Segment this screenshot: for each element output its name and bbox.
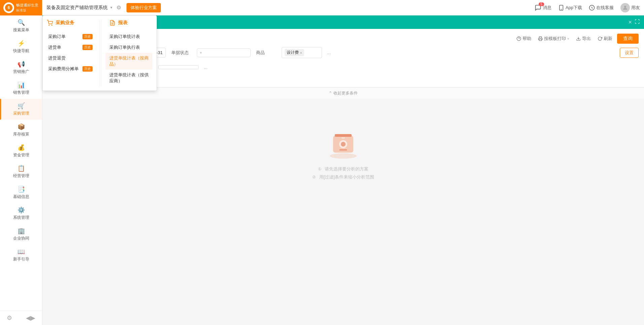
doc-status-label: 单据状态 xyxy=(171,50,191,56)
dropdown-item-report-2[interactable]: 进货单统计表（按商品） xyxy=(105,53,152,70)
svg-point-17 xyxy=(51,25,52,26)
online-service-item[interactable]: 在线客服 xyxy=(589,5,614,11)
sidebar-item-label: 快捷导航 xyxy=(13,48,29,54)
sales-icon: 📊 xyxy=(17,81,25,89)
enterprise-icon: 🏢 xyxy=(17,227,25,235)
dropdown-item-report-1[interactable]: 采购订单执行表 xyxy=(105,42,152,53)
guide-icon: 📖 xyxy=(17,248,25,255)
logo-text: 畅捷通好生意 xyxy=(16,3,38,8)
industry-btn[interactable]: 体验行业方案 xyxy=(127,3,161,12)
collapse-sidebar-icon[interactable]: ◀▶ xyxy=(26,314,35,322)
dropdown-item-purchase-order[interactable]: 采购订单 历史 xyxy=(47,31,94,42)
window-close-icon[interactable]: × xyxy=(628,19,632,26)
help-btn[interactable]: 帮助 xyxy=(514,34,533,43)
user-label: 用友 xyxy=(631,5,640,11)
sidebar-item-label: 系统管理 xyxy=(13,215,29,220)
goods-label: 商品 xyxy=(256,50,276,56)
sidebar-item-label: 搜索菜单 xyxy=(13,27,29,33)
sidebar-item-label: 采购管理 xyxy=(13,111,29,116)
sidebar-item-label: 基础信息 xyxy=(13,194,29,200)
sidebar-item-system[interactable]: ⚙️ 系统管理 xyxy=(0,203,42,224)
goods-tag: 设计费 × xyxy=(285,49,304,56)
sidebar-item-search[interactable]: 🔍 搜索菜单 xyxy=(0,15,42,36)
active-bar xyxy=(0,99,1,120)
sidebar-item-operations[interactable]: 📋 经营管理 xyxy=(0,161,42,182)
settings-btn[interactable]: 设置 xyxy=(620,48,639,58)
dropdown-divider xyxy=(99,20,100,86)
finance-icon: 💰 xyxy=(17,144,25,151)
sidebar-item-label: 企业协同 xyxy=(13,236,29,241)
collapse-icon: ⌃ xyxy=(329,91,333,95)
messages-item[interactable]: 5 消息 xyxy=(535,4,551,11)
sidebar-item-enterprise[interactable]: 🏢 企业协同 xyxy=(0,224,42,245)
doc-status-value: ▾ xyxy=(200,50,202,55)
svg-rect-7 xyxy=(539,39,542,41)
dropdown-report-title: 报表 xyxy=(105,20,152,28)
system-title: 装备及固定资产辅助管理系统 xyxy=(46,5,108,11)
window-expand-icon[interactable] xyxy=(635,19,640,26)
salesperson-dots[interactable]: ... xyxy=(204,65,208,70)
print-label: 按模板打印 xyxy=(544,36,566,42)
svg-rect-14 xyxy=(342,137,345,138)
app-download-item[interactable]: App下载 xyxy=(558,5,582,11)
export-btn[interactable]: 导出 xyxy=(574,34,593,43)
app-download-label: App下载 xyxy=(566,5,582,11)
sidebar-item-purchase[interactable]: 🛒 采购管理 xyxy=(0,99,42,120)
settings-icon[interactable]: ⚙ xyxy=(116,4,121,11)
dropdown-item-expense[interactable]: 采购费用分摊单 历史 xyxy=(47,64,94,74)
notification-badge: 5 xyxy=(535,4,541,11)
logo-icon: 6 xyxy=(3,2,14,13)
sidebar-item-sales[interactable]: 📊 销售管理 xyxy=(0,78,42,99)
dropdown-report-col: 报表 采购订单统计表 采购订单执行表 进货单统计表（按商品） 进货单统计表（按供… xyxy=(101,20,156,86)
inventory-icon: 📦 xyxy=(17,123,25,130)
svg-point-13 xyxy=(341,142,346,147)
svg-text:6: 6 xyxy=(8,5,10,10)
history-badge-3: 历史 xyxy=(82,66,93,72)
system-dropdown-arrow[interactable]: ▾ xyxy=(110,5,112,10)
doc-status-select[interactable]: ▾ xyxy=(197,48,251,57)
empty-state: ① 请先选择要分析的方案 ② 用[过滤]条件来缩小分析范围 xyxy=(42,99,644,209)
help-label: 帮助 xyxy=(523,36,531,42)
empty-hint-1: ① 请先选择要分析的方案 xyxy=(318,166,369,172)
marketing-icon: 📢 xyxy=(17,60,25,68)
tab-bar-right: × xyxy=(628,19,644,26)
user-item[interactable]: 用友 xyxy=(620,3,640,12)
goods-tag-close[interactable]: × xyxy=(300,51,302,55)
sidebar-item-label: 资金管理 xyxy=(13,152,29,158)
settings-bottom-icon[interactable]: ⚙ xyxy=(7,314,12,322)
salesperson-input[interactable] xyxy=(158,65,199,69)
sidebar: 6 畅捷通好生意 标准版 🔍 搜索菜单 ⚡ 快捷导航 📢 营销推广 📊 销售管理… xyxy=(0,0,42,325)
sidebar-item-label: 经营管理 xyxy=(13,173,29,179)
shortcut-icon: ⚡ xyxy=(17,40,25,47)
dropdown-item-return[interactable]: 进货退货 xyxy=(47,53,94,64)
dropdown-item-receiving[interactable]: 进货单 历史 xyxy=(47,42,94,53)
sidebar-item-label: 库存核算 xyxy=(13,131,29,137)
svg-point-9 xyxy=(330,153,357,159)
basic-icon: 📑 xyxy=(17,186,25,193)
svg-point-5 xyxy=(624,6,626,8)
system-icon: ⚙️ xyxy=(17,206,25,214)
sidebar-item-inventory[interactable]: 📦 库存核算 xyxy=(0,120,42,140)
dropdown-item-report-0[interactable]: 采购订单统计表 xyxy=(105,31,152,42)
sidebar-item-finance[interactable]: 💰 资金管理 xyxy=(0,140,42,161)
refresh-label: 刷新 xyxy=(604,36,612,42)
sidebar-item-label: 营销推广 xyxy=(13,69,29,75)
goods-input[interactable]: 设计费 × xyxy=(282,47,322,58)
sidebar-item-shortcut[interactable]: ⚡ 快捷导航 xyxy=(0,36,42,57)
goods-dots[interactable]: ... xyxy=(327,50,331,55)
sidebar-bottom: ⚙ ◀▶ xyxy=(0,311,42,325)
refresh-btn[interactable]: 刷新 xyxy=(596,34,614,43)
print-dropdown-icon[interactable]: ▾ xyxy=(567,37,569,41)
empty-icon xyxy=(323,126,363,159)
sidebar-item-basic[interactable]: 📑 基础信息 xyxy=(0,182,42,203)
search-icon: 🔍 xyxy=(17,19,25,26)
dropdown-item-report-3[interactable]: 进货单统计表（按供应商） xyxy=(105,70,152,86)
topbar-right: 5 消息 App下载 在线客服 xyxy=(535,3,640,12)
sidebar-item-guide[interactable]: 📖 新手引导 xyxy=(0,245,42,266)
print-btn[interactable]: 按模板打印 ▾ xyxy=(536,34,571,43)
sidebar-item-marketing[interactable]: 📢 营销推广 xyxy=(0,57,42,78)
purchase-dropdown-menu: 采购业务 采购订单 历史 进货单 历史 进货退货 采购费用分摊单 历史 xyxy=(42,15,157,91)
logo-sub: 标准版 xyxy=(16,8,38,13)
empty-hint-2: ② 用[过滤]条件来缩小分析范围 xyxy=(312,174,374,180)
query-btn[interactable]: 查询 xyxy=(617,34,639,44)
